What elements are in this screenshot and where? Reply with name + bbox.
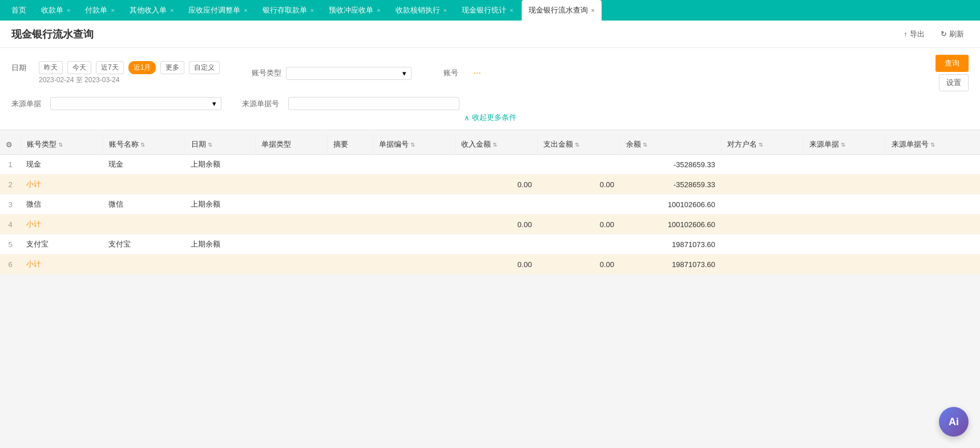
table-cell: 0.00 xyxy=(455,175,538,195)
table-cell: 上期余额 xyxy=(185,195,256,215)
table-cell: 小计 xyxy=(21,215,103,235)
table-cell: 微信 xyxy=(103,195,185,215)
th-source-doc[interactable]: 来源单据 ⇅ xyxy=(803,135,885,155)
table-cell xyxy=(373,195,455,215)
nav-tab-6[interactable]: 收款核销执行 × xyxy=(389,0,454,21)
nav-tab-0[interactable]: 收款单 × xyxy=(34,0,77,21)
table-cell: 100102606.60 xyxy=(620,215,721,235)
table-cell: 3 xyxy=(0,195,21,215)
ai-badge[interactable]: Ai xyxy=(939,407,969,437)
date-btn-yesterday[interactable]: 昨天 xyxy=(39,61,63,74)
nav-tab-4[interactable]: 银行存取款单 × xyxy=(256,0,321,21)
th-expense[interactable]: 支出金额 ⇅ xyxy=(538,135,620,155)
date-btn-custom[interactable]: 自定义 xyxy=(189,61,220,74)
more-dots[interactable]: ··· xyxy=(471,68,483,78)
th-date[interactable]: 日期 ⇅ xyxy=(185,135,256,155)
table-row[interactable]: 4小计0.000.00100102606.60 xyxy=(0,215,980,235)
date-btn-7days[interactable]: 近7天 xyxy=(96,61,124,74)
nav-tab-2[interactable]: 其他收入单 × xyxy=(123,0,180,21)
th-doc-type: 单据类型 xyxy=(256,135,327,155)
table-cell: 微信 xyxy=(21,195,103,215)
nav-close-2[interactable]: × xyxy=(170,7,174,14)
nav-home[interactable]: 首页 xyxy=(5,0,33,21)
table-cell: -3528659.33 xyxy=(620,155,721,175)
table-cell xyxy=(885,155,980,175)
top-nav: 首页 收款单 × 付款单 × 其他收入单 × 应收应付调整单 × 银行存取款单 … xyxy=(0,0,980,21)
nav-close-8[interactable]: × xyxy=(591,7,595,14)
nav-tab-1[interactable]: 付款单 × xyxy=(78,0,121,21)
nav-close-7[interactable]: × xyxy=(510,7,513,14)
account-type-label: 账号类型 xyxy=(252,68,281,78)
table-cell xyxy=(885,235,980,255)
table-cell: 小计 xyxy=(21,175,103,195)
chevron-down-icon: ▾ xyxy=(402,69,406,78)
th-account-name[interactable]: 账号名称 ⇅ xyxy=(103,135,185,155)
refresh-icon: ↻ xyxy=(941,30,947,38)
nav-tab-3[interactable]: 应收应付调整单 × xyxy=(182,0,254,21)
table-cell xyxy=(373,215,455,235)
table-row[interactable]: 5支付宝支付宝上期余额19871073.60 xyxy=(0,235,980,255)
nav-close-3[interactable]: × xyxy=(244,7,247,14)
date-btn-more[interactable]: 更多 xyxy=(160,61,184,74)
table-cell: 0.00 xyxy=(538,255,620,275)
sort-icon-income: ⇅ xyxy=(493,142,497,148)
table-cell: 支付宝 xyxy=(21,235,103,255)
table-cell xyxy=(373,255,455,275)
nav-tab-7[interactable]: 现金银行统计 × xyxy=(455,0,520,21)
th-income[interactable]: 收入金额 ⇅ xyxy=(455,135,538,155)
table-cell xyxy=(373,175,455,195)
table-cell xyxy=(103,215,185,235)
data-table: ⚙ 账号类型 ⇅ 账号名称 ⇅ 日期 xyxy=(0,135,980,275)
collapse-icon: ∧ xyxy=(464,114,470,122)
table-cell: 上期余额 xyxy=(185,235,256,255)
account-type-select[interactable]: ▾ xyxy=(286,67,412,80)
source-doc-no-label: 来源单据号 xyxy=(242,99,279,109)
table-cell xyxy=(455,195,538,215)
table-cell xyxy=(103,175,185,195)
th-counterparty[interactable]: 对方户名 ⇅ xyxy=(721,135,803,155)
sort-icon-balance: ⇅ xyxy=(643,142,647,148)
nav-close-1[interactable]: × xyxy=(111,7,114,14)
table-row[interactable]: 1现金现金上期余额-3528659.33 xyxy=(0,155,980,175)
table-cell xyxy=(803,235,885,255)
refresh-button[interactable]: ↻ 刷新 xyxy=(936,27,969,42)
table-row[interactable]: 6小计0.000.0019871073.60 xyxy=(0,255,980,275)
date-btn-1month[interactable]: 近1月 xyxy=(128,61,156,74)
nav-tab-5[interactable]: 预收冲应收单 × xyxy=(322,0,387,21)
table-cell xyxy=(455,235,538,255)
nav-close-5[interactable]: × xyxy=(377,7,380,14)
th-gear[interactable]: ⚙ xyxy=(0,135,21,155)
date-range-display: 2023-02-24 至 2023-03-24 xyxy=(11,75,220,85)
sort-icon-doc-no: ⇅ xyxy=(410,142,415,148)
account-no-group: 账号 ··· xyxy=(443,68,483,78)
table-cell xyxy=(885,195,980,215)
th-doc-no[interactable]: 单据编号 ⇅ xyxy=(373,135,455,155)
filter-bar: 日期 昨天 今天 近7天 近1月 更多 自定义 2023-02-24 至 202… xyxy=(0,48,980,130)
collapse-bar[interactable]: ∧ 收起更多条件 xyxy=(11,110,969,123)
table-cell: 19871073.60 xyxy=(620,255,721,275)
th-account-type[interactable]: 账号类型 ⇅ xyxy=(21,135,103,155)
settings-button[interactable]: 设置 xyxy=(939,74,969,91)
date-btn-today[interactable]: 今天 xyxy=(67,61,91,74)
action-buttons: 查询 设置 xyxy=(935,55,969,91)
page-header: 现金银行流水查询 ↑ 导出 ↻ 刷新 xyxy=(0,21,980,48)
export-button[interactable]: ↑ 导出 xyxy=(900,27,930,42)
th-source-doc-no[interactable]: 来源单据号 ⇅ xyxy=(885,135,980,155)
collapse-label: 收起更多条件 xyxy=(472,112,517,123)
sort-icon-expense: ⇅ xyxy=(575,142,579,148)
source-doc-no-input[interactable] xyxy=(293,99,454,108)
nav-close-4[interactable]: × xyxy=(310,7,314,14)
th-balance[interactable]: 余额 ⇅ xyxy=(620,135,721,155)
gear-icon[interactable]: ⚙ xyxy=(6,140,13,149)
nav-tab-8[interactable]: 现金银行流水查询 × xyxy=(522,0,602,21)
nav-close-6[interactable]: × xyxy=(443,7,447,14)
source-doc-select[interactable]: ▾ xyxy=(50,97,221,110)
table-row[interactable]: 3微信微信上期余额100102606.60 xyxy=(0,195,980,215)
query-button[interactable]: 查询 xyxy=(935,55,969,72)
table-cell: 100102606.60 xyxy=(620,195,721,215)
table-cell xyxy=(256,155,327,175)
table-row[interactable]: 2小计0.000.00-3528659.33 xyxy=(0,175,980,195)
nav-close-0[interactable]: × xyxy=(67,7,70,14)
table-cell xyxy=(103,255,185,275)
table-cell xyxy=(803,155,885,175)
